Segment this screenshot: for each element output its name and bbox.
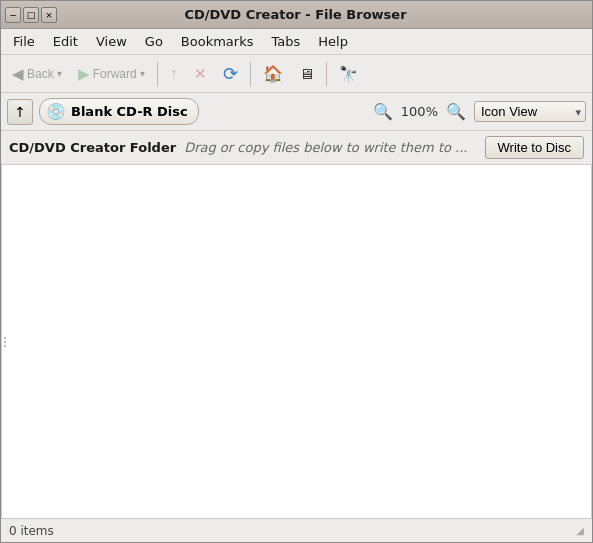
view-select[interactable]: Icon View List View Compact View <box>474 101 586 122</box>
menu-help[interactable]: Help <box>310 32 356 51</box>
disc-icon: 💿 <box>46 102 66 121</box>
menu-edit[interactable]: Edit <box>45 32 86 51</box>
menu-bookmarks[interactable]: Bookmarks <box>173 32 262 51</box>
arrow-up-icon: ↑ <box>14 104 26 120</box>
disc-label: Blank CD-R Disc <box>71 104 188 119</box>
resize-dot-2 <box>4 341 6 343</box>
zoom-area: 🔍 100% 🔍 Icon View List View Compact Vie… <box>369 100 586 123</box>
search-button[interactable]: 🔭 <box>332 61 365 87</box>
location-disc[interactable]: 💿 Blank CD-R Disc <box>39 98 199 125</box>
menu-go[interactable]: Go <box>137 32 171 51</box>
menubar: File Edit View Go Bookmarks Tabs Help <box>1 29 592 55</box>
items-count: 0 items <box>9 524 54 538</box>
back-button[interactable]: ◀ Back ▾ <box>5 61 69 87</box>
resize-grip[interactable]: ◢ <box>576 525 584 536</box>
forward-label: Forward <box>93 67 137 81</box>
locationbar: ↑ 💿 Blank CD-R Disc 🔍 100% 🔍 Icon View L… <box>1 93 592 131</box>
menu-file[interactable]: File <box>5 32 43 51</box>
computer-icon: 🖥 <box>299 65 314 82</box>
up-arrow-icon: ↑ <box>170 65 178 83</box>
statusbar: 0 items ◢ <box>1 518 592 542</box>
toolbar-sep-2 <box>250 62 251 86</box>
stop-button[interactable]: ✕ <box>187 61 214 87</box>
resize-dot-1 <box>4 337 6 339</box>
stop-icon: ✕ <box>194 65 207 83</box>
refresh-icon: ⟳ <box>223 63 238 85</box>
toolbar-sep-1 <box>157 62 158 86</box>
file-browser-content[interactable] <box>1 165 592 518</box>
location-up-button[interactable]: ↑ <box>7 99 33 125</box>
menu-view[interactable]: View <box>88 32 135 51</box>
toolbar-sep-3 <box>326 62 327 86</box>
menu-tabs[interactable]: Tabs <box>263 32 308 51</box>
zoom-out-button[interactable]: 🔍 <box>369 100 397 123</box>
resize-handle[interactable] <box>2 322 8 362</box>
up-button[interactable]: ↑ <box>163 61 185 87</box>
maximize-button[interactable]: □ <box>23 7 39 23</box>
home-icon: 🏠 <box>263 64 283 83</box>
zoom-percent: 100% <box>401 104 438 119</box>
forward-button[interactable]: ▶ Forward ▾ <box>71 61 152 87</box>
minimize-button[interactable]: − <box>5 7 21 23</box>
back-dropdown-icon: ▾ <box>57 68 62 79</box>
window-controls: − □ × <box>5 7 57 23</box>
back-label: Back <box>27 67 54 81</box>
forward-dropdown-icon: ▾ <box>140 68 145 79</box>
folder-description: Drag or copy files below to write them t… <box>184 140 476 155</box>
zoom-in-button[interactable]: 🔍 <box>442 100 470 123</box>
computer-button[interactable]: 🖥 <box>292 61 321 86</box>
close-button[interactable]: × <box>41 7 57 23</box>
titlebar: − □ × CD/DVD Creator - File Browser <box>1 1 592 29</box>
write-to-disc-button[interactable]: Write to Disc <box>485 136 584 159</box>
binoculars-icon: 🔭 <box>339 65 358 83</box>
main-window: − □ × CD/DVD Creator - File Browser File… <box>0 0 593 543</box>
home-button[interactable]: 🏠 <box>256 60 290 87</box>
resize-dot-3 <box>4 345 6 347</box>
view-select-wrapper: Icon View List View Compact View <box>474 101 586 122</box>
folder-banner: CD/DVD Creator Folder Drag or copy files… <box>1 131 592 165</box>
back-arrow-icon: ◀ <box>12 65 24 83</box>
folder-title: CD/DVD Creator Folder <box>9 140 176 155</box>
forward-arrow-icon: ▶ <box>78 65 90 83</box>
window-title: CD/DVD Creator - File Browser <box>57 7 534 22</box>
toolbar: ◀ Back ▾ ▶ Forward ▾ ↑ ✕ ⟳ 🏠 🖥 🔭 <box>1 55 592 93</box>
refresh-button[interactable]: ⟳ <box>216 59 245 89</box>
